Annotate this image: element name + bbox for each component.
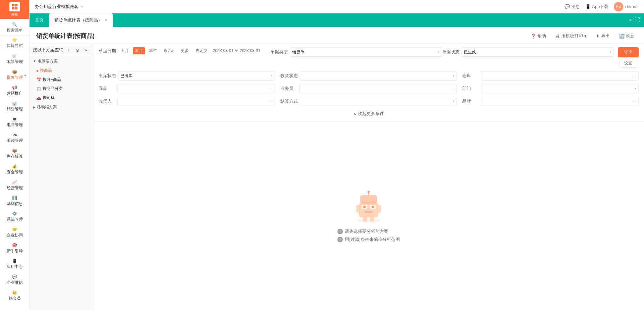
sidebar-item-guide[interactable]: 🎯 新手引导 <box>0 240 29 256</box>
basics-label: 基础信息 <box>7 201 23 207</box>
dept-dropdown[interactable]: ▾ <box>481 84 639 93</box>
payment-arrow-icon: ▾ <box>453 74 454 78</box>
payment-method-dropdown[interactable]: ▾ <box>300 97 457 106</box>
date-custom-tab[interactable]: 自定义 <box>193 47 210 54</box>
quick-nav-item[interactable]: ⭐ 快捷导航 <box>0 36 29 51</box>
sidebar-item-finance[interactable]: 💰 资金管理 <box>0 161 29 177</box>
sidebar-item-inventory[interactable]: 📦 库存核算 <box>0 146 29 161</box>
retail-label: 零售管理 <box>7 59 23 65</box>
sidebar-item-weixin[interactable]: 💬 企业微信 <box>0 272 29 288</box>
tip1-text: 请先选择要分析的方案 <box>345 228 388 235</box>
plan-item-goods-category[interactable]: 📋 按商品分类 <box>30 84 93 93</box>
sidebar-item-apps[interactable]: 📱 应用中心 <box>0 256 29 272</box>
plan-item-driver[interactable]: 🚗 按司机 <box>30 93 93 102</box>
date-7days-tab[interactable]: 近7天 <box>161 47 177 54</box>
panel-collapse-btn[interactable]: « <box>83 47 90 53</box>
sidebar-item-sales[interactable]: 📊 销售管理 <box>0 98 29 114</box>
plan-item-month-goods[interactable]: 📅 按月+商品 <box>30 75 93 84</box>
tab-active-label: 销货单统计表（按商品） <box>54 17 102 23</box>
svg-rect-5 <box>359 202 378 217</box>
date-more-tab[interactable]: 更多 <box>178 47 192 54</box>
sidebar-item-collab[interactable]: 🤝 企业协同 <box>0 224 29 240</box>
message-btn[interactable]: 💬 消息 <box>565 4 580 10</box>
goods-field[interactable]: ··· <box>117 84 275 93</box>
query-panel-header: 按以下方案查询 + ⊙ « <box>30 44 93 56</box>
sidebar-item-wholesale[interactable]: 📦 批发管理 <box>0 67 29 83</box>
svg-rect-1 <box>15 4 17 6</box>
plan-label-1: 按月+商品 <box>43 77 61 83</box>
tab-bar: 首页 销货单统计表（按商品） × × ⛶ <box>30 13 644 27</box>
settings-button[interactable]: 设置 <box>619 59 637 68</box>
user-menu[interactable]: Ea demo2 <box>614 2 639 11</box>
export-btn[interactable]: ⬇ 导出 <box>593 32 612 40</box>
refresh-btn[interactable]: 🔄 刷新 <box>616 32 637 40</box>
brand-field[interactable]: ··· <box>481 97 639 106</box>
search-menu-item[interactable]: 🔍 搜索菜单 <box>0 19 29 36</box>
page-title: 销货单统计表(按商品) <box>36 32 95 40</box>
quick-nav-label: 快捷导航 <box>7 43 23 49</box>
plan-label-2: 按商品分类 <box>43 86 63 92</box>
guide-icon: 🎯 <box>12 243 17 248</box>
sidebar-item-ecommerce[interactable]: 💻 电商管理 <box>0 114 29 130</box>
main-area: 办公用品行业模拟账套 ▾ 💬 消息 📱 App下载 Ea demo2 首页 <box>30 0 644 310</box>
plan-item-by-goods[interactable]: ● 按商品 <box>30 66 93 75</box>
sidebar-item-system[interactable]: ⚙️ 系统管理 <box>0 209 29 224</box>
purchase-icon: 🛍 <box>13 133 17 137</box>
panel-settings-btn[interactable]: ⊙ <box>74 47 81 53</box>
date-prev-tab[interactable]: 上月 <box>118 47 131 54</box>
sales-label: 销售管理 <box>7 106 23 112</box>
apps-icon: 📱 <box>12 259 17 263</box>
sidebar-item-member[interactable]: 👑 畅会员 <box>0 288 29 303</box>
svg-point-4 <box>358 218 380 222</box>
sidebar-item-marketing[interactable]: 📢 营销推广 <box>0 83 29 98</box>
collapse-btn[interactable]: ∧ 收起更多条件 <box>353 111 384 117</box>
window-expand-icon[interactable]: ⛶ <box>635 17 640 23</box>
help-label: 帮助 <box>537 33 546 39</box>
stock-out-dropdown[interactable]: 已出库 ▾ <box>118 71 275 81</box>
apps-label: 应用中心 <box>7 264 23 270</box>
user-name: demo2 <box>625 4 639 9</box>
query-button[interactable]: 查询 <box>618 47 639 57</box>
payment-method-label: 结算方式 <box>280 98 298 104</box>
brand-dots-icon: ··· <box>632 99 636 104</box>
tip2-num: ② <box>337 237 343 242</box>
payment-status-dropdown[interactable]: ▾ <box>300 71 457 81</box>
query-panel: 按以下方案查询 + ⊙ « ▼ 电脑端方案 ● 按商品 📅 <box>30 44 93 310</box>
plan-label-3: 按司机 <box>43 95 55 101</box>
page-header: 销货单统计表(按商品) ❓ 帮助 🖨 按模板打印 ▾ ⬇ 导出 🔄 刷新 <box>30 27 644 44</box>
collapse-label: 收起更多条件 <box>358 111 384 117</box>
help-btn[interactable]: ❓ 帮助 <box>528 32 549 40</box>
date-current-tab[interactable]: 本月 <box>133 47 145 54</box>
sidebar-item-purchase[interactable]: 🛍 采购管理 <box>0 130 29 146</box>
goods-label: 商品 <box>99 86 115 92</box>
app-download-btn[interactable]: 📱 App下载 <box>585 4 608 10</box>
staff-field[interactable]: ··· <box>299 84 457 93</box>
payment-method-arrow-icon: ▾ <box>453 100 454 103</box>
recipient-field[interactable]: ··· <box>117 97 275 106</box>
mobile-section-header[interactable]: ▶ 移动端方案 <box>30 102 93 112</box>
ecommerce-icon: 💻 <box>12 117 17 121</box>
plan-active-icon: ● <box>36 68 39 73</box>
sidebar-item-retail[interactable]: 🛒 零售管理 <box>0 51 29 67</box>
window-close-icon[interactable]: × <box>629 17 632 23</box>
sidebar-item-basics[interactable]: ℹ️ 基础信息 <box>0 193 29 209</box>
warehouse-label: 仓库 <box>462 73 479 79</box>
sidebar-item-operations[interactable]: 📈 经营管理 <box>0 177 29 193</box>
tab-close-icon[interactable]: × <box>105 18 107 22</box>
member-label: 畅会员 <box>9 296 21 301</box>
type-dropdown[interactable]: 销货单 ▾ <box>290 47 442 57</box>
ecommerce-label: 电商管理 <box>7 122 23 128</box>
tab-home[interactable]: 首页 <box>30 13 49 27</box>
tab-active[interactable]: 销货单统计表（按商品） × <box>49 13 113 27</box>
filter-panel: 单据日期 上月 本月 本年 近7天 更多 自定义 2023-03-01 至 20… <box>93 44 644 122</box>
warehouse-field[interactable]: ··· <box>481 71 639 81</box>
retail-icon: 🛒 <box>12 54 17 58</box>
status-dropdown[interactable]: 已生效 ▾ <box>462 47 614 57</box>
svg-rect-3 <box>15 7 17 9</box>
right-content: 单据日期 上月 本月 本年 近7天 更多 自定义 2023-03-01 至 20… <box>93 44 644 310</box>
desktop-section-header[interactable]: ▼ 电脑端方案 <box>30 56 93 66</box>
print-btn[interactable]: 🖨 按模板打印 ▾ <box>553 32 589 40</box>
panel-add-btn[interactable]: + <box>65 47 72 53</box>
member-icon: 👑 <box>12 290 17 295</box>
date-year-tab[interactable]: 本年 <box>146 47 160 54</box>
